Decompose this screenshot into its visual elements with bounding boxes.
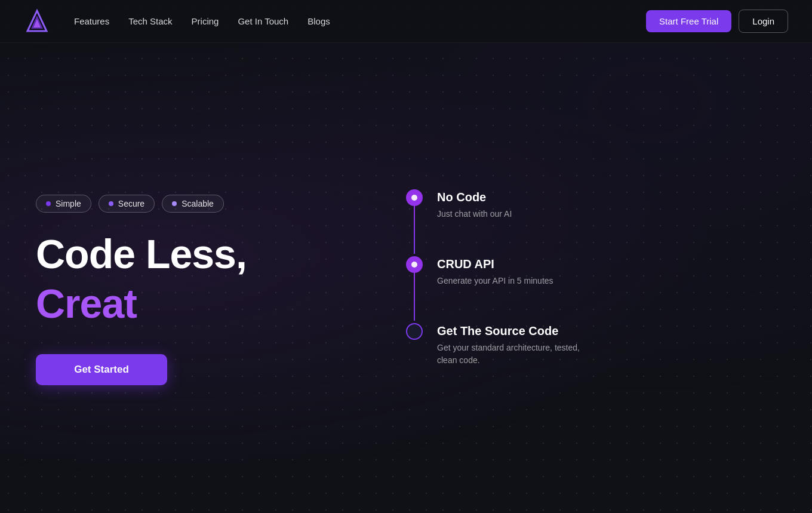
badge-secure: Secure	[99, 195, 155, 213]
badge-secure-label: Secure	[118, 199, 144, 208]
timeline: No Code Just chat with our AI CRUD API G…	[406, 189, 597, 367]
start-free-trial-button[interactable]: Start Free Trial	[646, 10, 731, 32]
badge-dot-secure	[109, 201, 113, 206]
badge-simple-label: Simple	[56, 199, 81, 208]
timeline-title-3: Get The Source Code	[437, 324, 597, 338]
navbar: Features Tech Stack Pricing Get In Touch…	[0, 0, 812, 43]
nav-links: Features Tech Stack Pricing Get In Touch…	[74, 16, 330, 26]
timeline-title-1: No Code	[437, 191, 512, 204]
timeline-desc-2: Generate your API in 5 minutes	[437, 275, 553, 287]
timeline-connector-3	[406, 323, 423, 340]
nav-link-tech-stack[interactable]: Tech Stack	[128, 16, 172, 26]
badge-scalable-label: Scalable	[182, 199, 214, 208]
badge-scalable: Scalable	[162, 195, 224, 213]
nav-link-pricing[interactable]: Pricing	[192, 16, 219, 26]
timeline-desc-1: Just chat with our AI	[437, 208, 512, 220]
login-button[interactable]: Login	[739, 10, 788, 33]
timeline-connector-2	[406, 256, 423, 321]
timeline-circle-3	[406, 323, 423, 340]
timeline-line-2	[414, 273, 415, 321]
timeline-desc-3: Get your standard architecture, tested, …	[437, 342, 597, 367]
hero-left: Simple Secure Scalable Code Less, Creat …	[36, 43, 382, 513]
timeline-title-2: CRUD API	[437, 257, 553, 271]
timeline-content-2: CRUD API Generate your API in 5 minutes	[437, 256, 553, 323]
get-started-button[interactable]: Get Started	[36, 354, 167, 385]
badge-dot-simple	[46, 201, 51, 206]
timeline-content-3: Get The Source Code Get your standard ar…	[437, 323, 597, 367]
logo[interactable]	[24, 8, 50, 35]
badge-dot-scalable	[172, 201, 177, 206]
nav-right: Start Free Trial Login	[646, 10, 788, 33]
nav-link-get-in-touch[interactable]: Get In Touch	[238, 16, 288, 26]
timeline-line-1	[414, 206, 415, 254]
timeline-item-source-code: Get The Source Code Get your standard ar…	[406, 323, 597, 367]
timeline-item-no-code: No Code Just chat with our AI	[406, 189, 597, 256]
hero-title-line2: Creat	[36, 281, 382, 326]
badge-simple: Simple	[36, 195, 91, 213]
hero-section: Simple Secure Scalable Code Less, Creat …	[0, 43, 812, 513]
timeline-circle-1	[406, 189, 423, 206]
badge-group: Simple Secure Scalable	[36, 195, 382, 213]
hero-right: No Code Just chat with our AI CRUD API G…	[382, 43, 597, 513]
timeline-content-1: No Code Just chat with our AI	[437, 189, 512, 256]
nav-link-blogs[interactable]: Blogs	[307, 16, 330, 26]
hero-title-line1: Code Less,	[36, 232, 382, 277]
timeline-circle-2	[406, 256, 423, 273]
timeline-item-crud-api: CRUD API Generate your API in 5 minutes	[406, 256, 597, 323]
nav-link-features[interactable]: Features	[74, 16, 109, 26]
timeline-connector-1	[406, 189, 423, 254]
nav-left: Features Tech Stack Pricing Get In Touch…	[24, 8, 330, 35]
